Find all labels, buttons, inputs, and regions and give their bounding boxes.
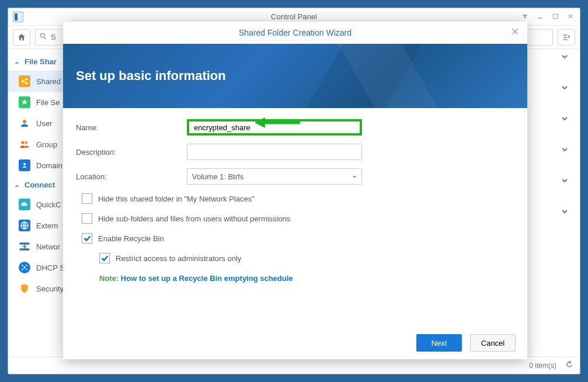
sidebar-item-label: Group <box>36 140 57 149</box>
dialog-body: Name: Description: Location: Volume 1: B… <box>63 108 527 327</box>
section-chevron[interactable] <box>560 176 569 187</box>
location-label: Location: <box>76 172 187 181</box>
form-row-location: Location: Volume 1: Btrfs <box>76 166 514 186</box>
checkbox-label: Enable Recycle Bin <box>98 234 164 243</box>
note-prefix: Note: <box>99 274 121 283</box>
view-toggle-button[interactable] <box>558 29 575 46</box>
checkbox-row-restrict-admin: Restrict access to administrators only <box>76 251 514 266</box>
sidebar-item-label: Security <box>36 284 64 293</box>
shared-folder-icon <box>19 75 30 87</box>
window-filter-button[interactable] <box>518 11 532 22</box>
sidebar-item-label: Extern <box>36 221 58 230</box>
enable-recycle-bin-checkbox[interactable] <box>82 233 92 244</box>
svg-line-3 <box>44 37 46 39</box>
section-chevron[interactable] <box>560 207 569 218</box>
form-row-name: Name: <box>76 117 514 137</box>
shield-icon <box>19 283 30 294</box>
section-chevron[interactable] <box>560 145 569 156</box>
window-close-button[interactable] <box>563 11 577 22</box>
svg-rect-1 <box>553 14 558 19</box>
sidebar-item-label: User <box>36 119 52 128</box>
sidebar-item-label: Networ <box>36 242 60 251</box>
section-chevron[interactable] <box>560 114 569 125</box>
globe-icon <box>19 220 30 231</box>
svg-point-21 <box>26 269 27 270</box>
cloud-icon <box>19 199 30 210</box>
svg-rect-6 <box>563 39 568 40</box>
name-input[interactable] <box>187 119 362 136</box>
sidebar-item-label: Domain <box>36 161 62 170</box>
svg-point-11 <box>21 141 24 144</box>
sidebar-item-label: File Se <box>36 98 60 107</box>
svg-rect-5 <box>563 37 568 37</box>
svg-point-18 <box>22 265 23 266</box>
svg-point-10 <box>23 120 26 123</box>
dialog-title: Shared Folder Creation Wizard <box>239 28 352 37</box>
checkbox-row-hide-network: Hide this shared folder in "My Network P… <box>76 191 514 206</box>
sidebar-category-label: File Shar <box>25 57 57 66</box>
location-select-value: Volume 1: Btrfs <box>192 172 243 181</box>
shared-folder-wizard-dialog: Shared Folder Creation Wizard Set up bas… <box>63 22 527 359</box>
network-icon <box>19 241 30 252</box>
svg-rect-15 <box>20 242 30 244</box>
group-icon <box>19 138 30 150</box>
description-input[interactable] <box>187 144 362 160</box>
chevron-down-icon <box>351 173 358 182</box>
dialog-header-banner: Set up basic information <box>63 44 527 108</box>
hide-subfolders-checkbox[interactable] <box>82 213 92 224</box>
hide-network-checkbox[interactable] <box>82 193 92 204</box>
domain-icon <box>19 159 30 171</box>
restrict-admin-checkbox[interactable] <box>99 253 110 263</box>
window-minimize-button[interactable] <box>533 11 547 22</box>
next-button[interactable]: Next <box>416 334 462 352</box>
sidebar-item-label: DHCP S <box>36 263 65 272</box>
svg-rect-4 <box>563 34 568 35</box>
checkbox-row-hide-subfolders: Hide sub-folders and files from users wi… <box>76 211 514 226</box>
svg-rect-16 <box>20 248 30 250</box>
svg-point-17 <box>23 266 26 269</box>
chevron-up-icon <box>14 59 20 65</box>
location-select[interactable]: Volume 1: Btrfs <box>187 168 362 185</box>
svg-point-2 <box>40 33 44 37</box>
svg-point-20 <box>22 269 23 270</box>
checkbox-label: Hide sub-folders and files from users wi… <box>98 214 290 223</box>
file-services-icon <box>19 96 30 108</box>
name-label: Name: <box>76 123 187 132</box>
svg-point-13 <box>23 163 26 165</box>
sidebar-item-label: QuickC <box>36 200 61 209</box>
sidebar-item-label: Shared <box>36 77 61 86</box>
dialog-titlebar: Shared Folder Creation Wizard <box>63 22 527 44</box>
item-count-text: 0 item(s) <box>529 362 556 370</box>
svg-point-19 <box>26 265 27 266</box>
refresh-button[interactable] <box>565 360 574 371</box>
section-chevron[interactable] <box>560 52 569 63</box>
sidebar-category-label: Connect <box>25 180 55 189</box>
home-button[interactable] <box>13 29 30 46</box>
chevron-up-icon <box>14 182 20 188</box>
checkbox-row-recycle-bin: Enable Recycle Bin <box>76 231 514 246</box>
search-icon <box>39 32 47 42</box>
checkbox-label: Restrict access to administrators only <box>116 254 241 263</box>
window-maximize-button[interactable] <box>548 11 562 22</box>
form-row-description: Description: <box>76 142 514 162</box>
svg-point-12 <box>25 141 27 144</box>
dialog-header-title: Set up basic information <box>76 68 226 84</box>
recycle-note: Note: How to set up a Recycle Bin emptyi… <box>76 270 514 283</box>
cancel-button[interactable]: Cancel <box>470 334 516 352</box>
user-icon <box>19 117 30 129</box>
dialog-close-button[interactable] <box>511 27 521 38</box>
window-controls <box>518 11 577 22</box>
section-toggles <box>560 52 569 218</box>
dialog-footer: Next Cancel <box>63 327 527 359</box>
svg-rect-0 <box>538 18 542 19</box>
dhcp-icon <box>19 262 30 273</box>
description-label: Description: <box>76 148 187 157</box>
window-title: Control Panel <box>8 12 580 21</box>
section-chevron[interactable] <box>560 83 569 94</box>
checkbox-label: Hide this shared folder in "My Network P… <box>98 195 255 203</box>
recycle-schedule-link[interactable]: How to set up a Recycle Bin emptying sch… <box>121 274 293 283</box>
